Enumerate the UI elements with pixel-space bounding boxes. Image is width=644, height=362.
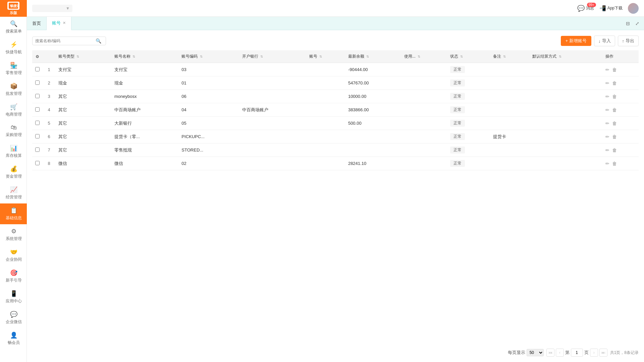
sidebar: 畅捷通 乐版 🔍 搜索菜单 ⚡ 快捷导航 🏪 零售管理 📦 批发管理 🛒 电商管… (0, 0, 27, 362)
next-page-button[interactable]: › (590, 349, 598, 357)
wholesale-icon: 📦 (10, 82, 17, 90)
sidebar-item-quick-nav[interactable]: ⚡ 快捷导航 (0, 38, 27, 58)
row-status: 正常 (447, 76, 490, 90)
delete-icon[interactable]: 🗑 (612, 94, 617, 99)
tab-minimize-button[interactable]: ⊟ (624, 19, 632, 27)
sidebar-item-inventory[interactable]: 📊 库存核算 (0, 141, 27, 162)
import-button[interactable]: ↓ 导入 (594, 36, 615, 46)
toolbar-right: + 新增账号 ↓ 导入 ↑ 导出 (561, 36, 639, 46)
first-page-button[interactable]: ⏮ (546, 349, 554, 357)
tab-expand-button[interactable]: ⤢ (633, 19, 641, 27)
row-checkbox-cell[interactable] (32, 117, 42, 130)
row-checkbox[interactable] (35, 161, 40, 165)
sidebar-item-label: 应用中心 (6, 298, 22, 304)
row-checkbox-cell[interactable] (32, 63, 42, 76)
row-checkbox-cell[interactable] (32, 130, 42, 143)
prev-page-button[interactable]: ‹ (556, 349, 564, 357)
tab-accounts-close-icon[interactable]: ✕ (63, 21, 66, 25)
col-remark[interactable]: 备注 ⇅ (490, 50, 530, 63)
sidebar-item-search-menu[interactable]: 🔍 搜索菜单 (0, 17, 27, 38)
delete-icon[interactable]: 🗑 (612, 147, 617, 153)
delete-icon[interactable]: 🗑 (612, 67, 617, 72)
delete-icon[interactable]: 🗑 (612, 107, 617, 113)
sidebar-item-ecommerce[interactable]: 🛒 电商管理 (0, 100, 27, 121)
sort-status-icon: ⇅ (460, 55, 463, 58)
row-checkbox[interactable] (35, 121, 40, 125)
topbar-search-input[interactable] (36, 6, 66, 11)
status-badge: 正常 (450, 120, 465, 127)
sidebar-item-wholesale[interactable]: 📦 批发管理 (0, 79, 27, 100)
col-settings[interactable]: ⚙ (32, 50, 42, 63)
col-default-settlement[interactable]: 默认结算方式 ⇅ (530, 50, 603, 63)
col-usage[interactable]: 使用... ⇅ (401, 50, 447, 63)
page-number-input[interactable] (571, 349, 583, 357)
edit-icon[interactable]: ✏ (605, 161, 609, 166)
delete-icon[interactable]: 🗑 (612, 121, 617, 126)
col-balance[interactable]: 最新余额 ⇅ (345, 50, 401, 63)
row-status: 正常 (447, 130, 490, 143)
row-checkbox-cell[interactable] (32, 143, 42, 157)
row-checkbox-cell[interactable] (32, 76, 42, 90)
row-checkbox[interactable] (35, 147, 40, 152)
row-balance: 28241.10 (345, 157, 401, 170)
edit-icon[interactable]: ✏ (605, 147, 609, 153)
col-account-type[interactable]: 账号类型 ⇅ (56, 50, 112, 63)
sidebar-item-label: 经营管理 (6, 194, 22, 200)
tab-accounts[interactable]: 账号 ✕ (47, 17, 71, 30)
sidebar-item-corp-agreement[interactable]: 🤝 企业协同 (0, 245, 27, 266)
row-checkbox[interactable] (35, 80, 40, 85)
sidebar-item-newbie[interactable]: 🎯 新手引导 (0, 266, 27, 287)
edit-icon[interactable]: ✏ (605, 107, 609, 113)
sidebar-item-system[interactable]: ⚙ 系统管理 (0, 224, 27, 245)
basic-info-icon: 📋 (10, 207, 17, 214)
export-button[interactable]: ↑ 导出 (618, 36, 639, 46)
last-page-button[interactable]: ⏭ (599, 349, 607, 357)
col-status[interactable]: 状态 ⇅ (447, 50, 490, 63)
per-page-select[interactable]: 50 100 200 (527, 349, 544, 356)
edit-icon[interactable]: ✏ (605, 121, 609, 126)
edit-icon[interactable]: ✏ (605, 80, 609, 86)
col-account-code[interactable]: 账号编码 ⇅ (179, 50, 239, 63)
sidebar-item-app-center[interactable]: 📱 应用中心 (0, 287, 27, 307)
search-input[interactable] (35, 39, 96, 43)
sidebar-item-operations[interactable]: 📈 经营管理 (0, 183, 27, 203)
topbar-message-button[interactable]: 💬 消息 99+ (577, 5, 594, 12)
sidebar-item-member[interactable]: 👤 畅会员 (0, 328, 27, 349)
add-account-button[interactable]: + 新增账号 (561, 36, 591, 46)
row-checkbox[interactable] (35, 94, 40, 98)
quick-nav-icon: ⚡ (10, 41, 17, 48)
finance-icon: 💰 (10, 165, 17, 173)
row-account-no (307, 157, 345, 170)
tab-home[interactable]: 首页 (27, 17, 47, 30)
delete-icon[interactable]: 🗑 (612, 161, 617, 166)
sidebar-item-corp-wechat[interactable]: 💬 企业微信 (0, 307, 27, 328)
edit-icon[interactable]: ✏ (605, 67, 609, 72)
edit-icon[interactable]: ✏ (605, 134, 609, 139)
col-actions: 操作 (603, 50, 639, 63)
topbar-app-download[interactable]: 📲 App下载 (599, 5, 623, 11)
sidebar-item-label: 零售管理 (6, 70, 22, 76)
sidebar-item-retail[interactable]: 🏪 零售管理 (0, 58, 27, 79)
row-actions: ✏ 🗑 (603, 90, 639, 103)
import-icon: ↓ (598, 39, 601, 44)
delete-icon[interactable]: 🗑 (612, 80, 617, 86)
sort-settlement-icon: ⇅ (559, 55, 561, 58)
delete-icon[interactable]: 🗑 (612, 134, 617, 139)
row-checkbox-cell[interactable] (32, 103, 42, 117)
sidebar-item-finance[interactable]: 💰 资金管理 (0, 162, 27, 183)
row-checkbox[interactable] (35, 134, 40, 138)
row-account-code: PICKUPC... (179, 130, 239, 143)
sidebar-item-purchase[interactable]: 🛍 采购管理 (0, 121, 27, 141)
sort-balance-icon: ⇅ (366, 55, 369, 58)
edit-icon[interactable]: ✏ (605, 94, 609, 99)
col-account-name[interactable]: 账号名称 ⇅ (112, 50, 179, 63)
row-checkbox-cell[interactable] (32, 157, 42, 170)
col-bank[interactable]: 开户银行 ⇅ (239, 50, 307, 63)
row-checkbox[interactable] (35, 107, 40, 112)
row-checkbox[interactable] (35, 67, 40, 71)
settings-icon: ⚙ (36, 54, 39, 59)
user-avatar[interactable] (628, 3, 639, 14)
row-checkbox-cell[interactable] (32, 90, 42, 103)
col-account-no[interactable]: 账号 ⇅ (307, 50, 345, 63)
sidebar-item-basic-info[interactable]: 📋 基础信息 (0, 203, 27, 224)
